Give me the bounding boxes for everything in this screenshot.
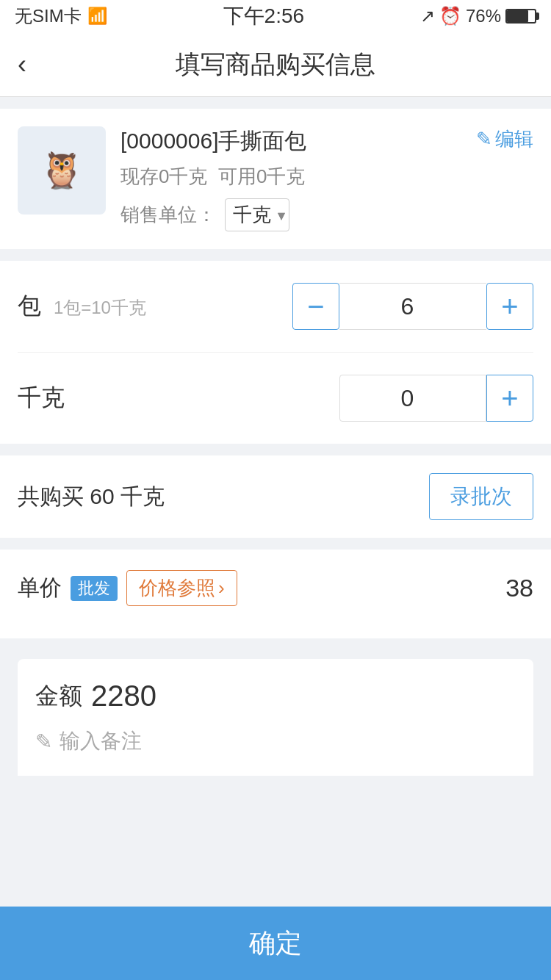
wholesale-badge: 批发 [71,576,118,601]
price-ref-arrow-icon: › [218,577,225,599]
pack-decrement-button[interactable]: − [292,283,339,330]
battery-icon [505,9,536,24]
batch-button[interactable]: 录批次 [429,473,533,520]
battery-percent: 76% [466,6,501,26]
carrier-text: 无SIM卡 [15,4,82,28]
amount-row: 金额 2280 [35,680,516,713]
kg-label: 千克 [18,382,339,414]
edit-button[interactable]: ✎ 编辑 [476,126,533,152]
product-card: 🦉 [0000006]手撕面包 ✎ 编辑 现存0千克 可用0千克 销售单位： 千… [0,109,551,249]
price-value: 38 [505,574,533,602]
amount-label: 金额 [35,680,82,713]
pack-hint: 1包=10千克 [54,298,146,317]
page-title: 填写商品购买信息 [176,48,375,82]
price-section: 单价 批发 价格参照 › 38 [0,550,551,638]
confirm-text: 确定 [249,926,302,962]
edit-icon: ✎ [476,128,492,151]
pack-qty-controls: − + [292,283,533,330]
kg-qty-row: 千克 + [18,353,533,444]
product-thumbnail: 🦉 [18,126,106,215]
pencil-icon: ✎ [35,729,52,754]
total-text: 共购买 60 千克 [18,482,165,512]
quantity-section: 包 1包=10千克 − + 千克 + [0,261,551,444]
total-section: 共购买 60 千克 录批次 [0,455,551,538]
pack-label: 包 1包=10千克 [18,290,292,323]
unit-dropdown-icon: ▾ [278,206,285,224]
product-name: [0000006]手撕面包 [120,126,306,156]
bottom-spacer [0,776,551,923]
price-label: 单价 [18,573,62,603]
pack-qty-input[interactable] [339,283,486,330]
price-row: 单价 批发 价格参照 › 38 [18,570,533,606]
status-time: 下午2:56 [223,2,305,30]
wifi-icon: 📶 [87,7,107,26]
status-right: ↗ ⏰ 76% [420,6,536,26]
status-left: 无SIM卡 📶 [15,4,107,28]
pack-qty-row: 包 1包=10千克 − + [18,261,533,353]
product-info: [0000006]手撕面包 ✎ 编辑 现存0千克 可用0千克 销售单位： 千克 … [120,126,533,231]
price-ref-button[interactable]: 价格参照 › [126,570,237,606]
note-placeholder[interactable]: 输入备注 [60,727,142,755]
pack-increment-button[interactable]: + [486,283,533,330]
status-bar: 无SIM卡 📶 下午2:56 ↗ ⏰ 76% [0,0,551,32]
price-left: 单价 批发 价格参照 › [18,570,237,606]
back-button[interactable]: ‹ [18,49,26,80]
unit-select-wrapper[interactable]: 千克 ▾ [225,198,289,231]
kg-qty-controls: + [339,375,533,422]
product-unit-row: 销售单位： 千克 ▾ [120,198,533,231]
product-stock: 现存0千克 可用0千克 [120,164,533,190]
product-logo-icon: 🦉 [40,150,84,191]
amount-card: 金额 2280 ✎ 输入备注 [18,659,533,776]
amount-value: 2280 [91,680,156,713]
amount-section: 金额 2280 ✎ 输入备注 [0,638,551,776]
note-row[interactable]: ✎ 输入备注 [35,727,516,755]
kg-increment-button[interactable]: + [486,375,533,422]
nav-bar: ‹ 填写商品购买信息 [0,32,551,97]
confirm-bar[interactable]: 确定 [0,907,551,980]
kg-qty-input[interactable] [339,375,486,422]
location-icon: ↗ [420,6,435,26]
alarm-icon: ⏰ [439,6,461,26]
